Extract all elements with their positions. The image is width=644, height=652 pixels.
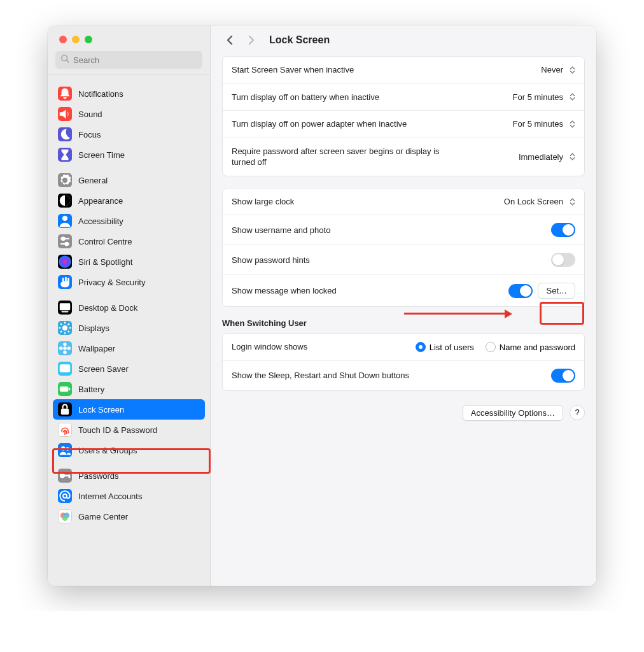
sidebar-item-label: Lock Screen	[78, 405, 124, 415]
sidebar-search[interactable]	[55, 51, 202, 69]
sidebar-item-label: Control Centre	[78, 237, 132, 246]
sidebar-item-label: Screen Saver	[78, 364, 129, 374]
sidebar-item-label: Wallpaper	[78, 344, 115, 353]
select-main-2[interactable]: For 5 minutes	[513, 119, 575, 129]
svg-point-8	[59, 255, 71, 267]
sidebar-item-general[interactable]: General	[53, 170, 205, 190]
row-label: Show password hints	[232, 255, 310, 266]
sleep-restart-shutdown-toggle[interactable]	[551, 369, 575, 383]
sidebar-item-accessibility[interactable]: Accessibility	[53, 211, 205, 231]
svg-point-21	[63, 343, 67, 346]
svg-rect-9	[60, 303, 71, 310]
select-main-3[interactable]: Immediately	[519, 152, 575, 162]
sidebar-item-label: Battery	[78, 385, 104, 394]
select-clock-0[interactable]: On Lock Screen	[504, 197, 575, 206]
hand-icon	[58, 275, 72, 289]
content-header: Lock Screen	[211, 25, 596, 56]
select-value: On Lock Screen	[504, 197, 563, 206]
system-settings-window: NotificationsSoundFocusScreen TimeGenera…	[48, 25, 596, 586]
window-controls	[48, 25, 210, 51]
stepper-icon	[570, 66, 575, 74]
accessibility-options-button[interactable]: Accessibility Options…	[463, 405, 563, 421]
sidebar-item-notifications[interactable]: Notifications	[53, 83, 205, 104]
sidebar-item-control-centre[interactable]: Control Centre	[53, 231, 205, 252]
bell-icon	[58, 87, 72, 101]
svg-point-24	[67, 346, 71, 350]
close-window-button[interactable]	[59, 36, 67, 43]
sidebar-item-users-groups[interactable]: Users & Groups	[53, 440, 205, 460]
select-main-1[interactable]: For 5 minutes	[513, 92, 575, 102]
sidebar-item-passwords[interactable]: Passwords	[53, 465, 205, 486]
sidebar-item-battery[interactable]: Battery	[53, 379, 205, 399]
sidebar: NotificationsSoundFocusScreen TimeGenera…	[48, 25, 211, 586]
sidebar-item-screen-saver[interactable]: Screen Saver	[53, 358, 205, 379]
sidebar-item-label: Game Center	[78, 512, 128, 521]
sidebar-item-internet-accounts[interactable]: Internet Accounts	[53, 486, 205, 506]
sidebar-item-label: Touch ID & Password	[78, 425, 157, 435]
select-value: Immediately	[519, 152, 563, 162]
nav-back-button[interactable]	[225, 34, 236, 46]
users-icon	[58, 443, 72, 457]
battery-icon	[58, 382, 72, 396]
sidebar-item-desktop-dock[interactable]: Desktop & Dock	[53, 297, 205, 318]
svg-point-0	[62, 55, 67, 61]
person-icon	[58, 214, 72, 228]
svg-line-16	[60, 323, 62, 325]
nav-forward-button[interactable]	[245, 34, 256, 46]
svg-point-7	[66, 243, 68, 245]
switching-user-title: When Switching User	[222, 318, 585, 328]
toggle-clock-2[interactable]	[551, 253, 575, 267]
row-label: Show large clock	[232, 196, 294, 208]
fullscreen-window-button[interactable]	[85, 36, 92, 43]
svg-point-20	[63, 346, 67, 350]
switching-user-panel: Login window shows List of users Name an…	[222, 333, 585, 391]
svg-rect-10	[62, 311, 69, 313]
sidebar-item-privacy-security[interactable]: Privacy & Security	[53, 272, 205, 292]
help-button[interactable]: ?	[570, 405, 585, 420]
footer-buttons: Accessibility Options… ?	[211, 402, 596, 432]
fingerprint-icon	[58, 423, 72, 437]
svg-line-1	[67, 60, 69, 63]
select-value: For 5 minutes	[513, 119, 563, 129]
sidebar-item-lock-screen[interactable]: Lock Screen	[53, 399, 205, 420]
key-icon	[58, 469, 72, 483]
sleep-restart-shutdown-label: Show the Sleep, Restart and Shut Down bu…	[232, 370, 409, 381]
sidebar-item-displays[interactable]: Displays	[53, 318, 205, 338]
radio-list-of-users[interactable]: List of users	[416, 342, 474, 352]
sidebar-item-label: Users & Groups	[78, 446, 137, 455]
sidebar-item-label: Appearance	[78, 196, 123, 206]
svg-rect-33	[69, 475, 71, 479]
svg-point-30	[66, 447, 69, 450]
sidebar-item-game-center[interactable]: Game Center	[53, 506, 205, 527]
search-input[interactable]	[73, 55, 197, 65]
svg-rect-27	[69, 388, 70, 390]
sidebar-item-label: Focus	[78, 130, 101, 139]
row-label: Require password after screen saver begi…	[232, 146, 445, 168]
select-main-0[interactable]: Never	[541, 65, 575, 74]
content-pane: Lock Screen Start Screen Saver when inac…	[211, 25, 596, 586]
sidebar-item-screen-time[interactable]: Screen Time	[53, 145, 205, 165]
svg-rect-28	[61, 409, 69, 415]
stepper-icon	[570, 120, 575, 128]
sidebar-item-label: Screen Time	[78, 150, 125, 160]
siri-icon	[58, 255, 72, 269]
dock-icon	[58, 301, 72, 315]
lock-icon	[58, 402, 72, 416]
svg-rect-26	[60, 386, 69, 392]
toggle-clock-3[interactable]	[508, 284, 533, 298]
minimize-window-button[interactable]	[72, 36, 80, 43]
sidebar-item-focus[interactable]: Focus	[53, 124, 205, 145]
sidebar-item-appearance[interactable]: Appearance	[53, 190, 205, 211]
set-button[interactable]: Set…	[538, 283, 575, 299]
sidebar-item-sound[interactable]: Sound	[53, 104, 205, 124]
radio-name-and-password[interactable]: Name and password	[486, 342, 575, 352]
sidebar-item-label: Internet Accounts	[78, 492, 142, 501]
select-value: For 5 minutes	[513, 92, 563, 102]
sidebar-item-touch-id-password[interactable]: Touch ID & Password	[53, 420, 205, 440]
svg-point-37	[62, 515, 68, 521]
sidebar-item-wallpaper[interactable]: Wallpaper	[53, 338, 205, 358]
svg-rect-25	[60, 364, 71, 372]
toggle-clock-1[interactable]	[551, 223, 575, 237]
gear-icon	[58, 173, 72, 187]
sidebar-item-siri-spotlight[interactable]: Siri & Spotlight	[53, 252, 205, 272]
